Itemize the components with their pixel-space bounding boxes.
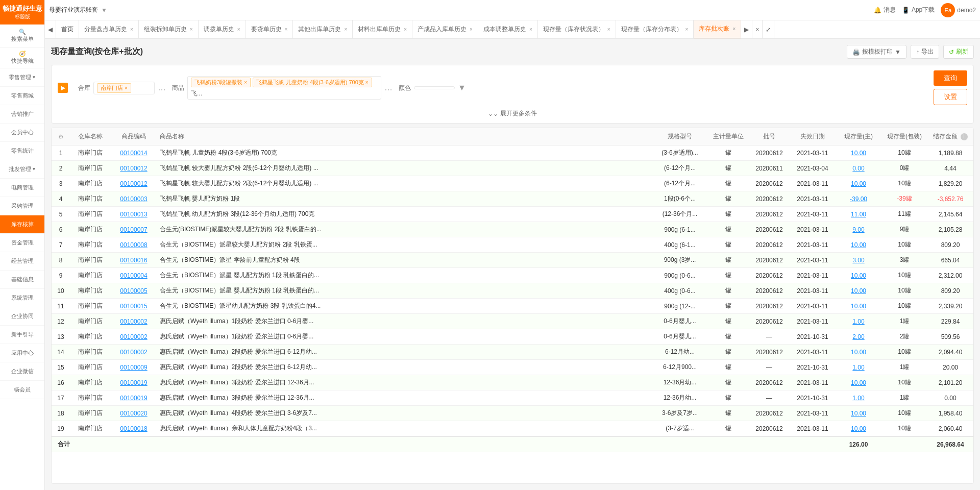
tab-home[interactable]: 首页 [56, 20, 79, 39]
tab-stock_dist[interactable]: 现存量（库存分布表）× [616, 20, 694, 39]
app-download-btn[interactable]: 📱 App下载 [902, 6, 935, 14]
row-qty-main-6[interactable]: 9.00 [836, 222, 881, 237]
row-qty-main-3[interactable]: 10.00 [836, 176, 881, 191]
sidebar-item-retail_store[interactable]: 零售商城 [0, 87, 44, 105]
tab-close-batch_voucher[interactable]: × [732, 26, 736, 32]
row-qty-main-9[interactable]: 10.00 [836, 268, 881, 283]
row-qty-main-1[interactable]: 10.00 [836, 145, 881, 161]
sidebar-item-wholesale[interactable]: 批发管理▼ [0, 160, 44, 179]
user-menu[interactable]: Ea demo2 [941, 3, 976, 17]
color-dropdown[interactable]: ▼ [458, 83, 466, 92]
warehouse-ellipsis[interactable]: … [158, 83, 166, 92]
row-qty-main-19[interactable]: 10.00 [836, 421, 881, 437]
row-code-3[interactable]: 00100012 [111, 176, 157, 191]
tab-close-material_out[interactable]: × [404, 27, 407, 32]
query-btn[interactable]: 查询 [934, 70, 967, 86]
refresh-btn[interactable]: ↺ 刷新 [943, 45, 974, 59]
row-code-14[interactable]: 00100002 [111, 345, 157, 360]
row-qty-main-4[interactable]: -39.00 [836, 191, 881, 207]
warehouse-tag-input[interactable]: 南岸门店 × [93, 82, 155, 94]
tabs-close-all[interactable]: × [752, 20, 763, 39]
row-code-6[interactable]: 00100007 [111, 222, 157, 237]
tab-close-tiao_bo[interactable]: × [237, 27, 240, 32]
row-qty-main-13[interactable]: 2.00 [836, 329, 881, 345]
sidebar-item-enterprise[interactable]: 企业协同 [0, 307, 44, 326]
tabs-scroll-right[interactable]: ▶ [741, 20, 752, 39]
row-qty-main-15[interactable]: 1.00 [836, 360, 881, 375]
filter-expand-btn[interactable]: ▶ [58, 83, 68, 93]
row-qty-main-8[interactable]: 3.00 [836, 253, 881, 268]
row-qty-main-2[interactable]: 0.00 [836, 161, 881, 176]
row-qty-main-11[interactable]: 10.00 [836, 299, 881, 314]
row-code-18[interactable]: 00100020 [111, 406, 157, 421]
row-code-5[interactable]: 00100013 [111, 207, 157, 222]
row-code-17[interactable]: 00100019 [111, 390, 157, 406]
row-qty-main-14[interactable]: 10.00 [836, 345, 881, 360]
sidebar-item-newguide[interactable]: 新手引导 [0, 326, 44, 344]
tab-close-fen_pan[interactable]: × [130, 27, 133, 32]
expand-more-btn[interactable]: ⌄⌄ 展开更多条件 [58, 109, 967, 118]
tab-zu_cai[interactable]: 组装拆卸单历史× [139, 20, 199, 39]
tab-close-zu_cai[interactable]: × [190, 27, 193, 32]
industry-selector[interactable]: 母婴行业演示账套 [49, 6, 98, 14]
sidebar-item-basic[interactable]: 基础信息 [0, 271, 44, 289]
sidebar-item-members[interactable]: 会员中心 [0, 124, 44, 142]
goods-tag-input[interactable]: 飞鹤奶粉3段罐撒装 × 飞鹤星飞帆 儿童奶粉 4段(3-6岁适用) 700克 ×… [187, 76, 381, 100]
goods-tag-1-close[interactable]: × [244, 80, 247, 85]
template-print-btn[interactable]: 🖨️ 按模板打印 ▼ [847, 45, 906, 59]
tab-close-other_out[interactable]: × [344, 27, 347, 32]
row-code-2[interactable]: 00100012 [111, 161, 157, 176]
tab-fen_pan[interactable]: 分量盘点单历史× [79, 20, 139, 39]
row-qty-main-7[interactable]: 10.00 [836, 237, 881, 253]
app-logo[interactable]: 畅捷通好生意 标题版 [0, 0, 44, 24]
row-code-7[interactable]: 00100008 [111, 237, 157, 253]
search-menu[interactable]: 🔍 搜索菜单 [0, 24, 44, 47]
sidebar-item-corpwx[interactable]: 企业微信 [0, 362, 44, 381]
export-btn[interactable]: ↑ 导出 [911, 45, 939, 59]
color-input[interactable] [414, 86, 455, 89]
messages-btn[interactable]: 🔔 消息 [874, 6, 896, 14]
template-dropdown-icon[interactable]: ▼ [895, 48, 901, 56]
tab-material_out[interactable]: 材料出库单历史× [353, 20, 412, 39]
row-code-12[interactable]: 00100002 [111, 314, 157, 329]
tab-other_out[interactable]: 其他出库单历史× [293, 20, 353, 39]
row-qty-main-12[interactable]: 1.00 [836, 314, 881, 329]
tab-close-yao_huo[interactable]: × [285, 27, 288, 32]
tab-yao_huo[interactable]: 要货单历史× [246, 20, 293, 39]
sidebar-item-operations[interactable]: 经营管理 [0, 252, 44, 271]
sidebar-item-stock[interactable]: 库存核算 [0, 215, 44, 234]
tabs-scroll-left[interactable]: ◀ [45, 20, 56, 39]
tab-close-product_in[interactable]: × [470, 27, 473, 32]
row-code-15[interactable]: 00100009 [111, 360, 157, 375]
row-code-1[interactable]: 00100014 [111, 145, 157, 161]
sidebar-item-retail[interactable]: 零售管理▼ [0, 68, 44, 87]
tab-batch_voucher[interactable]: 库存批次账× [694, 20, 741, 39]
sidebar-item-finance[interactable]: 资金管理 [0, 234, 44, 252]
tab-product_in[interactable]: 产成品入库单历史× [412, 20, 478, 39]
goods-ellipsis[interactable]: … [384, 83, 393, 92]
goods-more[interactable]: 飞... [191, 89, 202, 98]
tab-tiao_bo[interactable]: 调拨单历史× [199, 20, 246, 39]
col-settings-icon[interactable]: ⚙ [52, 128, 70, 145]
sidebar-item-system[interactable]: 系统管理 [0, 289, 44, 307]
tab-close-stock_dist[interactable]: × [685, 27, 689, 32]
row-qty-main-17[interactable]: 1.00 [836, 390, 881, 406]
industry-dropdown-icon[interactable]: ▼ [101, 7, 107, 14]
row-qty-main-18[interactable]: 10.00 [836, 406, 881, 421]
tab-stock_status[interactable]: 现存量（库存状况表）× [538, 20, 616, 39]
tabs-expand[interactable]: ⤢ [763, 20, 774, 39]
row-qty-main-5[interactable]: 11.00 [836, 207, 881, 222]
row-qty-main-10[interactable]: 10.00 [836, 283, 881, 299]
sidebar-item-marketing[interactable]: 营销推广 [0, 105, 44, 124]
balance-info-icon[interactable]: i [961, 133, 968, 140]
row-code-10[interactable]: 00100005 [111, 283, 157, 299]
row-code-13[interactable]: 00100002 [111, 329, 157, 345]
warehouse-tag-close[interactable]: × [125, 85, 128, 91]
row-code-19[interactable]: 00100018 [111, 421, 157, 437]
sidebar-item-purchase[interactable]: 采购管理 [0, 197, 44, 215]
row-code-11[interactable]: 00100015 [111, 299, 157, 314]
sidebar-item-vip[interactable]: 畅会员 [0, 381, 44, 399]
sidebar-item-appcenter[interactable]: 应用中心 [0, 344, 44, 362]
sidebar-item-ecommerce[interactable]: 电商管理 [0, 179, 44, 197]
row-code-8[interactable]: 00100016 [111, 253, 157, 268]
